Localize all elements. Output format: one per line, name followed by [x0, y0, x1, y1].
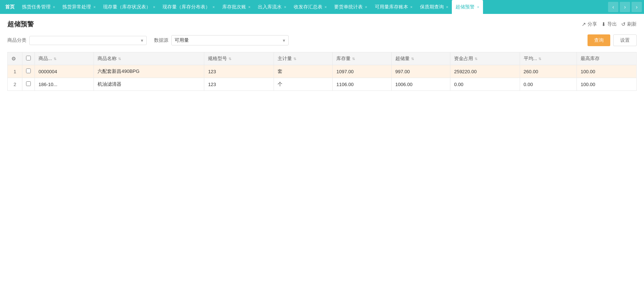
settings-button[interactable]: 设置 — [613, 34, 637, 46]
data-source-select[interactable]: 可用量 ▾ — [171, 35, 289, 45]
th-spec[interactable]: 规格型号⇅ — [204, 52, 274, 65]
row-checkbox-cell — [22, 65, 35, 78]
export-button[interactable]: ⬇ 导出 — [601, 21, 617, 27]
row-checkbox[interactable] — [26, 68, 31, 73]
nav-receipt-summary[interactable]: 收发存汇总表 × — [290, 0, 330, 14]
data-source-value: 可用量 — [175, 37, 189, 44]
th-stock-qty[interactable]: 库存量⇅ — [333, 52, 391, 65]
close-tab-stock-dist[interactable]: × — [212, 5, 215, 9]
th-overstock-qty[interactable]: 超储量⇅ — [391, 52, 450, 65]
row-spec: 123 — [204, 65, 274, 78]
th-max-stock[interactable]: 最高库存 — [577, 52, 637, 65]
chevron-down-icon-2: ▾ — [283, 38, 285, 43]
page-title: 超储预警 — [7, 20, 582, 29]
product-category-select[interactable]: ▾ — [29, 36, 147, 45]
th-checkbox — [22, 52, 35, 65]
row-capital-used: 0.00 — [450, 78, 520, 91]
data-table: ⚙ 商品...⇅ 商品名称⇅ 规格型号⇅ 主计量⇅ 库存量⇅ — [7, 52, 637, 91]
nav-more-button[interactable]: › — [632, 2, 642, 12]
sort-icon-stock: ⇅ — [352, 57, 355, 61]
nav-prev-button[interactable]: ‹ — [608, 2, 618, 12]
close-tab-available-stock[interactable]: × — [410, 5, 413, 9]
row-checkbox[interactable] — [26, 81, 31, 86]
th-product-name[interactable]: 商品名称⇅ — [94, 52, 204, 65]
row-stock-qty: 1106.00 — [333, 78, 391, 91]
close-tab-abnormal[interactable]: × — [93, 5, 95, 9]
sort-icon-avg: ⇅ — [538, 57, 541, 61]
row-num: 1 — [8, 65, 22, 78]
row-stock-qty: 1097.00 — [333, 65, 391, 78]
top-navigation: 首页 拣货任务管理 × 拣货异常处理 × 现存量（库存状况表） × 现存量（库存… — [0, 0, 644, 14]
table-row: 1 0000004 六配套新昌490BPG 123 套 1097.00 997.… — [8, 65, 637, 78]
table-row: 2 186-10... 机油滤清器 123 个 1106.00 1006.00 … — [8, 78, 637, 91]
refresh-icon: ↺ — [621, 21, 626, 27]
nav-task-mgmt[interactable]: 拣货任务管理 × — [18, 0, 59, 14]
nav-arrows: ‹ › › — [607, 2, 643, 12]
nav-batch[interactable]: 库存批次账 × — [219, 0, 254, 14]
chevron-down-icon: ▾ — [141, 38, 143, 43]
row-avg: 260.00 — [520, 65, 577, 78]
nav-home[interactable]: 首页 — [1, 0, 18, 14]
data-source-filter: 数据源 可用量 ▾ — [154, 35, 289, 45]
row-product-name: 机油滤清器 — [94, 78, 204, 91]
row-avg: 0.00 — [520, 78, 577, 91]
data-source-label: 数据源 — [154, 37, 168, 44]
nav-order-stats[interactable]: 要货单统计表 × — [330, 0, 371, 14]
close-tab-inout-flow[interactable]: × — [284, 5, 286, 9]
close-tab-overstock-warn[interactable]: × — [477, 5, 479, 9]
sort-icon-overstock: ⇅ — [411, 57, 414, 61]
row-overstock-qty: 1006.00 — [391, 78, 450, 91]
sort-icon-spec: ⇅ — [228, 57, 231, 61]
gear-settings-icon[interactable]: ⚙ — [11, 56, 16, 62]
product-category-filter: 商品分类 ▾ — [7, 36, 147, 45]
row-capital-used: 259220.00 — [450, 65, 520, 78]
th-avg[interactable]: 平均...⇅ — [520, 52, 577, 65]
nav-shelf-life[interactable]: 保质期查询 × — [416, 0, 452, 14]
close-tab-batch[interactable]: × — [248, 5, 250, 9]
nav-overstock-warn[interactable]: 超储预警 × — [452, 0, 483, 14]
product-category-label: 商品分类 — [7, 37, 26, 44]
row-unit: 套 — [274, 65, 332, 78]
nav-available-stock[interactable]: 可用量库存账本 × — [371, 0, 416, 14]
page-header: 超储预警 ↗ 分享 ⬇ 导出 ↺ 刷新 — [7, 20, 637, 29]
row-overstock-qty: 997.00 — [391, 65, 450, 78]
sort-icon-code: ⇅ — [54, 57, 56, 61]
header-actions: ↗ 分享 ⬇ 导出 ↺ 刷新 — [582, 21, 637, 27]
th-gear[interactable]: ⚙ — [8, 52, 22, 65]
close-tab-stock-status[interactable]: × — [153, 5, 155, 9]
row-product-code: 186-10... — [35, 78, 94, 91]
product-category-value — [33, 38, 34, 43]
row-checkbox-cell — [22, 78, 35, 91]
share-button[interactable]: ↗ 分享 — [582, 21, 597, 27]
row-spec: 123 — [204, 78, 274, 91]
nav-abnormal[interactable]: 拣货异常处理 × — [59, 0, 99, 14]
action-buttons: 查询 设置 — [588, 34, 637, 46]
th-unit[interactable]: 主计量⇅ — [274, 52, 332, 65]
query-button[interactable]: 查询 — [588, 34, 610, 46]
filter-row: 商品分类 ▾ 数据源 可用量 ▾ 查询 设置 — [7, 34, 637, 46]
row-max-stock: 100.00 — [577, 78, 637, 91]
row-max-stock: 100.00 — [577, 65, 637, 78]
row-num: 2 — [8, 78, 22, 91]
th-capital-used[interactable]: 资金占用⇅ — [450, 52, 520, 65]
nav-stock-status[interactable]: 现存量（库存状况表） × — [99, 0, 159, 14]
sort-icon-name: ⇅ — [118, 57, 121, 61]
row-product-name: 六配套新昌490BPG — [94, 65, 204, 78]
page-content: 超储预警 ↗ 分享 ⬇ 导出 ↺ 刷新 商品分类 ▾ 数据源 — [0, 14, 644, 97]
close-tab-task-mgmt[interactable]: × — [53, 5, 55, 9]
nav-stock-dist[interactable]: 现存量（库存分布表） × — [159, 0, 218, 14]
row-unit: 个 — [274, 78, 332, 91]
sort-icon-unit: ⇅ — [293, 57, 296, 61]
share-icon: ↗ — [582, 21, 586, 27]
close-tab-order-stats[interactable]: × — [365, 5, 367, 9]
nav-inout-flow[interactable]: 出入库流水 × — [254, 0, 290, 14]
select-all-checkbox[interactable] — [26, 56, 31, 60]
close-tab-shelf-life[interactable]: × — [446, 5, 448, 9]
table-header-row: ⚙ 商品...⇅ 商品名称⇅ 规格型号⇅ 主计量⇅ 库存量⇅ — [8, 52, 637, 65]
refresh-button[interactable]: ↺ 刷新 — [621, 21, 637, 27]
th-product-code[interactable]: 商品...⇅ — [35, 52, 94, 65]
sort-icon-capital: ⇅ — [475, 57, 477, 61]
nav-next-button[interactable]: › — [620, 2, 630, 12]
row-product-code: 0000004 — [35, 65, 94, 78]
close-tab-receipt-summary[interactable]: × — [325, 5, 327, 9]
